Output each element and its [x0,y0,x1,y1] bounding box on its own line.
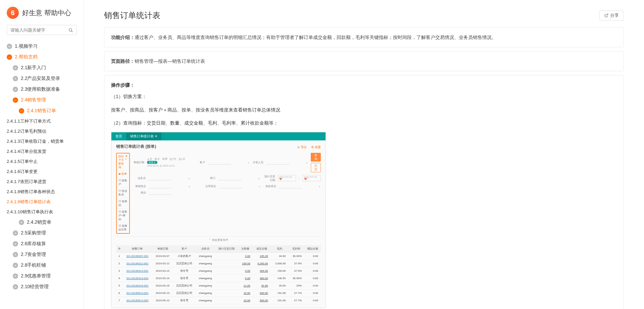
date-link: 上月 [147,158,152,161]
nav-22[interactable]: +2.2产品安装及登录 [7,73,84,84]
export-link: ⇲ 导出 [297,145,307,149]
nav-l1[interactable]: 2.4.1.1三种下订单方式 [7,116,84,126]
date-custom: 自定义 [147,161,157,164]
scheme-item: ◎ 按商品分类 [117,223,129,233]
f-plan: 预计交货日期 [263,175,275,182]
scheme-item: ◎ 按业务员 [117,188,129,198]
nav-l2[interactable]: 2.4.1.2订单毛利预估 [7,126,84,136]
nav-l9[interactable]: 2.4.1.9销售订单统计表 [7,197,84,207]
nav-25[interactable]: +2.5采购管理 [7,228,84,238]
ss-panel-title: 销售订单统计表 (按单) [116,144,156,149]
nav-label: 2.9优惠券管理 [21,273,51,279]
screenshot-1: 首页 销售订单统计表 ✕ 销售订单统计表 (按单) ⇲ 导出 ⚙ 设置 按以下方… [111,132,326,308]
ss-tab-report: 销售订单统计表 ✕ [126,132,161,140]
nav-l4[interactable]: 2.4.1.4订单分批发货 [7,146,84,157]
nav-help-doc[interactable]: −2.帮助文档 [7,52,84,62]
path-label: 页面路径： [111,58,135,64]
f-out: 出库状态 [203,184,216,188]
query-btn: 查询 [311,153,321,162]
plus-icon: + [13,87,18,92]
step-1: （1）切换方案： [111,92,617,101]
nav-label: 2.8手机旺铺 [21,262,46,268]
svg-line-2 [606,14,608,16]
nav-l3[interactable]: 2.4.1.3订单收取订金，销货单 [7,136,84,146]
date-link: 近7天 [169,158,176,161]
date-link: 本月 [154,158,160,161]
minus-icon: − [19,108,24,114]
f-customer: 客户 [194,161,205,164]
nav-label: 1.视频学习 [15,43,38,49]
f-status: 单据状态 [133,184,146,188]
nav-label: 2.5采购管理 [21,230,46,236]
plus-icon: + [13,252,18,257]
plus-icon: + [13,241,18,247]
path-card: 页面路径：销售管理—报表—销售订单统计表 [104,51,624,71]
plus-icon: + [13,76,18,81]
scheme-item: ◎ 按客户+商品 [117,209,129,223]
nav-label: 2.10经营管理 [21,284,49,290]
scheme-item: ◉ 按单 [117,171,129,177]
nav-label: 2.2产品安装及登录 [21,76,60,82]
search-input[interactable] [10,28,68,33]
nav-242[interactable]: +2.4.2销货单 [7,217,84,228]
intro-card: 功能介绍：通过客户、业务员、商品等维度查询销售订单的明细汇总情况；有助于管理者了… [104,28,624,47]
close-icon: ✕ [155,134,157,138]
step-1-text: 按客户、按商品、按客户＋商品、按单、按业务员等维度来查看销售订单总体情况 [111,106,617,114]
scheme-item: ◎ 按客户 [117,177,129,188]
plus-icon: + [13,65,18,71]
nav-label: 2.4销售管理 [21,97,46,103]
nav-l5[interactable]: 2.4.1.5订单中止 [7,157,84,167]
nav-241[interactable]: −2.4.1销售订单 [7,105,84,116]
ss-tab-home: 首页 [111,132,126,140]
page-title: 销售订单统计表 [104,10,160,21]
nav-210[interactable]: +2.10经营管理 [7,281,84,292]
f-pay: 收款状态 [263,184,276,188]
nav-l10[interactable]: 2.4.1.10销售订单执行表 [7,207,84,217]
nav-label: 2.4.2销货单 [27,219,51,225]
step-2: （2）查询指标：交货日期、数量、成交金额、毛利、毛利率、累计收款金额等； [111,119,617,127]
nav-29[interactable]: +2.9优惠券管理 [7,271,84,281]
nav-28[interactable]: +2.8手机旺铺 [7,260,84,271]
f-goods: 商品 [133,191,146,194]
logo-icon: 6 [7,7,19,19]
f-date-label: 单据日期 [133,161,144,164]
date-link: 本季 [162,158,167,161]
search-box[interactable] [7,25,77,35]
plus-icon: + [13,273,18,279]
nav-l8[interactable]: 2.4.1.8销售订单各种状态 [7,187,84,197]
f-assign: 分管人员 [252,161,263,164]
nav-video[interactable]: +1.视频学习 [7,41,84,52]
plus-icon: + [13,263,18,268]
plus-icon: + [19,220,24,225]
collapse-bar: ⌃ 收起更多条件 [116,236,321,243]
plus-icon: + [13,230,18,236]
setting-link: ⚙ 设置 [311,145,321,149]
f-dept: 部门 [203,176,215,180]
nav-l7[interactable]: 2.4.1.7依照订单进货 [7,177,84,187]
path-text: 销售管理—报表—销售订单统计表 [135,58,205,64]
steps-label: 操作步骤： [111,82,617,88]
scheme-box: 按以下方案查询⊕ « ◉ 按单 ◎ 按客户 ◎ 按业务员 ◎ 按商品 ◎ 按客户… [116,153,130,234]
nav-l6[interactable]: 2.4.1.6订单变更 [7,167,84,177]
svg-point-0 [69,29,72,31]
plus-icon: + [13,284,18,290]
svg-line-1 [71,31,73,32]
plus-icon: + [7,44,12,49]
date-link: 近1月 [179,158,185,161]
sidebar: 6 好生意 帮助中心 +1.视频学习 −2.帮助文档 +2.1新手入门 +2.2… [0,0,84,309]
nav-label: 2.1新手入门 [21,65,46,71]
share-icon [604,13,608,17]
nav-21[interactable]: +2.1新手入门 [7,62,84,73]
share-button[interactable]: 分享 [599,10,624,20]
search-icon[interactable] [68,27,73,33]
nav-27[interactable]: +2.7资金管理 [7,249,84,260]
set-btn: 设置 [311,163,321,172]
nav-23[interactable]: +2.3使用前数据准备 [7,84,84,95]
main-content: 销售订单统计表 分享 功能介绍：通过客户、业务员、商品等维度查询销售订单的明细汇… [84,0,644,309]
scheme-head: 按以下方案查询⊕ « [117,153,129,171]
nav-26[interactable]: +2.6库存核算 [7,238,84,249]
ss-table: ⚙销售订单单据日期客户业务员预计交货日期主数量成交金额毛利毛利率赠品金额 1SO… [116,245,321,304]
nav-24[interactable]: −2.4销售管理 [7,95,84,105]
scheme-item: ◎ 按商品 [117,198,129,209]
date-range: 2019-03-01 至 2019-12-31 [147,165,175,167]
